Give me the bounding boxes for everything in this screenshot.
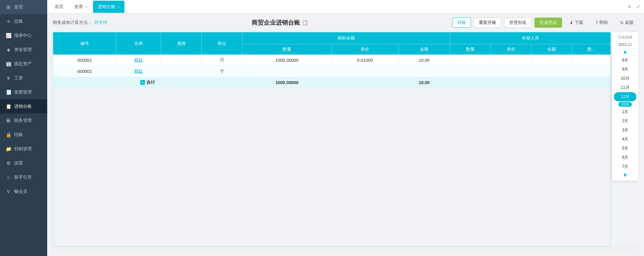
month-item-4[interactable]: 4月	[612, 135, 638, 144]
archive-icon: 📁	[5, 146, 11, 152]
sidebar-item-purchase-sales[interactable]: 📋 进销台账	[0, 99, 47, 113]
data-table-container: 编号 名称 规格 单位 期初余额 本期入库 数量 单价 金额 数量	[53, 32, 611, 247]
home-icon: ⊞	[5, 4, 11, 10]
cell-price-begin	[331, 66, 398, 77]
sidebar-item-close[interactable]: 🔒 结账	[0, 128, 47, 142]
month-item-1[interactable]: 1月	[612, 107, 638, 117]
tab-bar: 首页 发票 × 进销台账 × ✕ ⤢	[47, 0, 644, 14]
save-alias-button[interactable]: 存货别名	[504, 18, 532, 28]
tab-invoice-close[interactable]: ×	[85, 5, 87, 9]
cell-more	[572, 55, 610, 66]
month-item-12[interactable]: 12月	[614, 92, 636, 101]
month-selector-panel: 月份选择 2022.12 ▲ 8月 9月 10月 11月 12月 2023 1月…	[612, 32, 639, 181]
page-toolbar: 销售成本计算方法： 月平均 商贸企业进销台账 📋 对账 重新开账 存货别名 生成…	[53, 18, 639, 28]
month-item-11[interactable]: 11月	[612, 83, 638, 92]
help-button[interactable]: ? 帮助	[591, 18, 613, 27]
tab-purchase-sales-close[interactable]: ×	[117, 5, 119, 9]
toolbar-right: 对账 重新开账 存货别名 生成凭证 ⬇ 下载 ? 帮助 ↻ 刷新	[452, 18, 639, 28]
guide-icon: ☆	[5, 175, 11, 180]
sidebar-item-member[interactable]: V 畅会员	[0, 184, 47, 199]
cost-method-value: 月平均	[94, 20, 107, 26]
settings-icon: ⚙	[5, 160, 11, 166]
tab-invoice[interactable]: 发票 ×	[69, 1, 92, 13]
cell-price-begin: 0.01000	[331, 55, 398, 66]
invoice-mgmt-icon: 🧾	[5, 89, 11, 95]
sidebar-item-home[interactable]: ⊞ 首页	[0, 0, 47, 14]
cell-amount-begin	[398, 66, 450, 77]
sidebar-item-tax[interactable]: 🏛 税务管理	[0, 113, 47, 128]
month-item-7[interactable]: 7月	[612, 162, 638, 171]
total-label-cell: + 合计	[53, 77, 242, 88]
sidebar-item-label: 新手引导	[14, 174, 32, 180]
month-item-2[interactable]: 2月	[612, 117, 638, 126]
col-header-period-in: 本期入库	[450, 32, 611, 44]
sidebar-item-label: 结账	[14, 132, 23, 138]
month-scroll-up[interactable]: ▲	[612, 48, 638, 56]
window-maximize-button[interactable]: ⤢	[635, 4, 641, 10]
assets-icon: 🏢	[5, 61, 11, 67]
sidebar-item-invoice-mgmt[interactable]: 🧾 发票管理	[0, 85, 47, 99]
cell-amount-in	[531, 66, 572, 77]
month-item-8[interactable]: 8月	[612, 56, 638, 65]
sidebar-item-guide[interactable]: ☆ 新手引导	[0, 170, 47, 184]
window-close-button[interactable]: ✕	[626, 4, 633, 10]
refresh-icon: ↻	[620, 20, 624, 25]
cell-name: 前缸	[116, 66, 161, 77]
col-header-spec: 规格	[161, 32, 202, 55]
sidebar-item-reports[interactable]: 📈 报表中心	[0, 28, 47, 43]
sidebar-item-label: 发票管理	[14, 89, 32, 95]
sidebar-item-label: 总账	[14, 18, 23, 24]
total-qty-begin: 1000.00000	[242, 77, 331, 88]
horizontal-scrollbar[interactable]	[53, 247, 639, 252]
month-item-10[interactable]: 10月	[612, 74, 638, 83]
sidebar-item-label: 设置	[14, 160, 23, 166]
refresh-button[interactable]: ↻ 刷新	[615, 18, 639, 27]
month-item-9[interactable]: 9月	[612, 65, 638, 74]
col-sub-more: 数...	[572, 44, 610, 55]
tab-purchase-sales[interactable]: 进销台账 ×	[93, 1, 124, 13]
sidebar-item-assets[interactable]: 🏢 固定资产	[0, 57, 47, 71]
month-item-5[interactable]: 5月	[612, 144, 638, 153]
col-header-name: 名称	[116, 32, 161, 55]
cell-id: 000002	[53, 66, 116, 77]
reopen-button[interactable]: 重新开账	[474, 18, 501, 28]
download-button[interactable]: ⬇ 下载	[565, 18, 588, 27]
month-item-3[interactable]: 3月	[612, 126, 638, 135]
total-expand-icon[interactable]: +	[140, 80, 145, 85]
help-icon: ?	[595, 20, 598, 25]
cell-qty-in	[450, 66, 491, 77]
purchase-sales-icon: 📋	[5, 104, 11, 109]
generate-voucher-button[interactable]: 生成凭证	[534, 18, 562, 28]
sidebar-item-archive[interactable]: 📁 归档管理	[0, 142, 47, 156]
cell-qty-begin: 1000.00000	[242, 55, 331, 66]
year-2022-label: 2022.12	[612, 42, 638, 48]
page-content: 销售成本计算方法： 月平均 商贸企业进销台账 📋 对账 重新开账 存货别名 生成…	[47, 14, 644, 256]
sidebar-item-wages[interactable]: ¥ 工资	[0, 71, 47, 85]
window-controls: ✕ ⤢	[626, 4, 641, 10]
cell-amount-in	[531, 55, 572, 66]
sidebar-item-label: 进销台账	[14, 103, 32, 109]
sidebar-item-ledger[interactable]: ≡ 总账	[0, 14, 47, 28]
tab-home[interactable]: 首页	[50, 1, 68, 13]
total-qty-in	[450, 77, 491, 88]
cell-more	[572, 66, 610, 77]
cell-spec	[161, 55, 202, 66]
ledger-icon: ≡	[5, 19, 11, 24]
month-item-6[interactable]: 6月	[612, 153, 638, 162]
col-sub-price-begin: 单价	[331, 44, 398, 55]
duizhang-button[interactable]: 对账	[452, 18, 471, 28]
sidebar-item-label: 报表中心	[14, 32, 32, 39]
col-sub-qty-begin: 数量	[242, 44, 331, 55]
title-info-icon[interactable]: 📋	[302, 20, 308, 25]
sidebar-item-settings[interactable]: ⚙ 设置	[0, 156, 47, 170]
col-sub-amount-in: 金额	[531, 44, 572, 55]
year-2023-badge: 2023	[614, 102, 636, 107]
cell-price-in	[491, 66, 531, 77]
cell-amount-begin: 10.00	[398, 55, 450, 66]
sidebar-item-funds[interactable]: ◈ 资金管理	[0, 43, 47, 57]
cell-unit: 只	[202, 55, 242, 66]
toolbar-left: 销售成本计算方法： 月平均	[53, 20, 107, 26]
month-scroll-down[interactable]: ▼	[612, 171, 638, 179]
member-icon: V	[5, 189, 11, 194]
cell-unit: 个	[202, 66, 242, 77]
